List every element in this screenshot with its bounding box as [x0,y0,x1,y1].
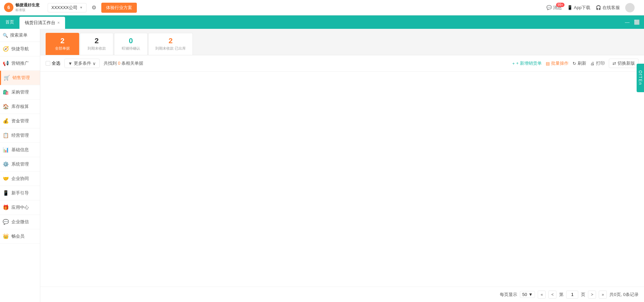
filter-button[interactable]: ▼ 更多条件 ∨ [64,59,100,68]
stat-tab-overdue-unshipped[interactable]: 2 到期未收款 已出库 [148,33,193,55]
message-button[interactable]: 💬 消息 99+ [546,5,562,11]
nav-tabs: 首页 钱货日清工作台 × — ⬜ [0,15,644,29]
marketing-icon: 📢 [3,60,9,66]
stat-tab-wangwang[interactable]: 0 旺辅待确认 [114,33,148,55]
sidebar-item-app-center[interactable]: 🎁 应用中心 [0,200,40,215]
trial-button[interactable]: 体验行业方案 [101,3,137,13]
sidebar-item-operations[interactable]: 📋 经营管理 [0,128,40,143]
top-header: 6 畅捷通好生意 标准版 XXXXXX公司 ▼ ⚙ 体验行业方案 💬 消息 99… [0,0,644,15]
window-minimize-button[interactable]: — [624,19,631,25]
sidebar-item-inventory[interactable]: 🏠 库存核算 [0,100,40,114]
app-download-button[interactable]: 📱 App下载 [567,5,590,11]
online-service-button[interactable]: 🎧 在线客服 [596,5,620,11]
sidebar-item-quick-nav[interactable]: 🧭 快捷导航 [0,42,40,56]
batch-operation-button[interactable]: ▤ 批量操作 [546,60,569,66]
member-icon: 👑 [3,233,9,239]
settings-button[interactable]: ⚙ [89,3,99,12]
found-number: 0 [118,61,120,66]
plus-icon: + [512,61,515,66]
wechat-icon: 💬 [3,219,9,225]
per-page-label: 每页显示 [500,292,517,298]
refresh-button[interactable]: ↻ 刷新 [573,60,586,66]
sidebar-item-member[interactable]: 👑 畅会员 [0,229,40,244]
company-name: XXXXXX公司 [51,5,77,11]
guide-icon: 📱 [3,190,9,196]
sidebar: 🔍 搜索菜单 🧭 快捷导航 📢 营销推广 🛒 销售管理 🛍️ 采购管理 🏠 库存… [0,29,40,302]
refresh-icon: ↻ [573,61,576,66]
sidebar-search-button[interactable]: 🔍 搜索菜单 [0,29,40,42]
quick-nav-icon: 🧭 [3,46,9,52]
switch-new-version-button[interactable]: ⇄ 切换新版 [609,59,639,68]
page-label: 第 [559,292,564,298]
checkbox-box[interactable] [46,61,50,66]
message-icon: 💬 [546,5,552,10]
total-info: 共0页, 0条记录 [609,292,639,298]
sidebar-item-marketing[interactable]: 📢 营销推广 [0,56,40,71]
found-count-text: 共找到 0 条相关单据 [104,60,143,66]
tab-home[interactable]: 首页 [0,15,19,29]
page-size-select[interactable]: 50 ▼ [520,291,535,298]
stat-tab-all[interactable]: 2 全部单据 [46,33,79,55]
sidebar-item-enterprise[interactable]: 🤝 企业协同 [0,172,40,186]
purchase-icon: 🛍️ [3,89,9,95]
logo-text: 畅捷通好生意 标准版 [15,3,40,12]
pagination: 每页显示 50 ▼ « < 第 页 > » [40,287,644,302]
often-tag[interactable]: OfTEn [637,64,644,92]
search-icon: 🔍 [3,33,8,38]
page-number-input[interactable] [566,291,578,299]
avatar[interactable] [625,3,635,12]
download-icon: 📱 [567,5,573,10]
logo-icon: 6 [4,3,13,12]
sidebar-item-base-info[interactable]: 📊 基础信息 [0,143,40,157]
logo-area: 6 畅捷通好生意 标准版 [4,3,44,12]
toolbar-right: + + 新增销货单 ▤ 批量操作 ↻ 刷新 🖨 打印 [512,59,639,68]
sales-icon: 🛒 [4,75,10,81]
batch-icon: ▤ [546,61,550,66]
system-icon: ⚙️ [3,161,9,167]
last-page-button[interactable]: » [599,291,607,299]
company-selector[interactable]: XXXXXX公司 ▼ [48,3,87,12]
inventory-icon: 🏠 [3,104,9,110]
message-badge: 99+ [556,3,565,7]
page-suffix: 页 [581,292,585,298]
toolbar: 全选 ▼ 更多条件 ∨ 共找到 0 条相关单据 + + 新增销货单 [40,55,644,72]
chevron-down-icon: ▼ [79,6,83,9]
first-page-button[interactable]: « [538,291,546,299]
stats-tabs: 2 全部单据 2 到期未收款 0 旺辅待确认 2 到期未收款 已出库 [40,29,644,55]
filter-icon: ▼ [68,61,72,66]
sidebar-item-finance[interactable]: 💰 资金管理 [0,114,40,128]
finance-icon: 💰 [3,118,9,124]
sidebar-item-system[interactable]: ⚙️ 系统管理 [0,157,40,172]
header-right: 💬 消息 99+ 📱 App下载 🎧 在线客服 [546,3,640,12]
headset-icon: 🎧 [596,5,601,10]
operations-icon: 📋 [3,132,9,138]
content-area: 2 全部单据 2 到期未收款 0 旺辅待确认 2 到期未收款 已出库 [40,29,644,302]
print-icon: 🖨 [590,61,595,66]
sidebar-item-wechat[interactable]: 💬 企业微信 [0,215,40,229]
close-tab-icon[interactable]: × [57,20,60,25]
table-area [40,72,644,287]
sidebar-item-guide[interactable]: 📱 新手引导 [0,186,40,200]
work-area: 全选 ▼ 更多条件 ∨ 共找到 0 条相关单据 + + 新增销货单 [40,55,644,302]
sidebar-item-sales[interactable]: 🛒 销售管理 [0,71,40,85]
sidebar-item-purchase[interactable]: 🛍️ 采购管理 [0,85,40,100]
prev-page-button[interactable]: < [548,291,556,299]
add-sales-order-button[interactable]: + + 新增销货单 [512,60,542,66]
stat-tab-overdue-unpaid[interactable]: 2 到期未收款 [80,33,113,55]
main-layout: 🔍 搜索菜单 🧭 快捷导航 📢 营销推广 🛒 销售管理 🛍️ 采购管理 🏠 库存… [0,29,644,302]
enterprise-icon: 🤝 [3,176,9,182]
app-center-icon: 🎁 [3,204,9,210]
select-all-checkbox[interactable]: 全选 [46,60,60,66]
window-controls: — ⬜ [624,19,644,25]
next-page-button[interactable]: > [588,291,596,299]
tab-active[interactable]: 钱货日清工作台 × [19,17,65,29]
switch-icon: ⇄ [612,61,616,66]
page-size-chevron-icon: ▼ [528,292,533,297]
print-button[interactable]: 🖨 打印 [590,60,605,66]
base-info-icon: 📊 [3,147,9,153]
window-maximize-button[interactable]: ⬜ [633,19,640,25]
chevron-filter-icon: ∨ [93,61,96,66]
